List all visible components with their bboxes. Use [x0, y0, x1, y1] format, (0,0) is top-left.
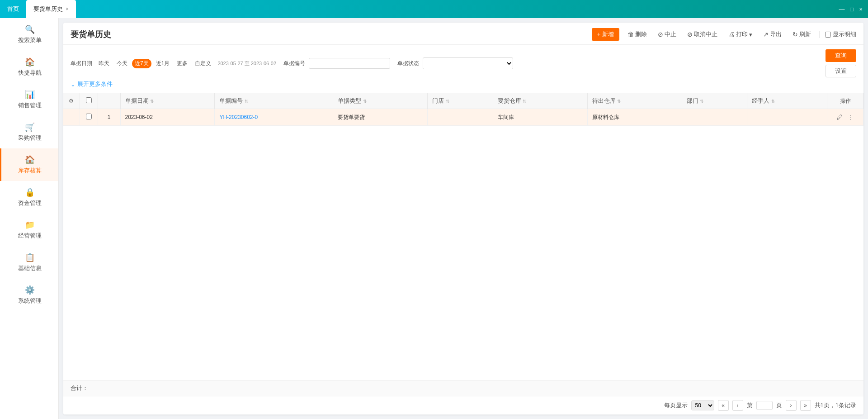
show-detail-checkbox[interactable]	[825, 32, 831, 38]
th-doctype[interactable]: 单据类型 ⇅	[333, 93, 428, 109]
date-btn-7days[interactable]: 近7天	[132, 59, 151, 68]
td-department	[682, 109, 747, 126]
sort-handler-icon: ⇅	[771, 99, 775, 104]
maximize-icon[interactable]: □	[850, 6, 854, 13]
refresh-button[interactable]: ↻ 刷新	[790, 29, 814, 40]
table-body: 1 2023-06-02 YH-20230602-0 要货单要货 车间库 原材料…	[63, 109, 863, 126]
purchase-icon: 🛒	[25, 122, 35, 132]
first-page-btn[interactable]: «	[718, 400, 729, 411]
sidebar-label-purchase: 采购管理	[18, 134, 42, 142]
expand-more-btn[interactable]: ⌄ 展开更多条件	[71, 77, 856, 88]
sidebar-item-system[interactable]: ⚙️ 系统管理	[0, 279, 58, 311]
sidebar-item-purchase[interactable]: 🛒 采购管理	[0, 116, 58, 148]
quick-nav-icon: 🏠	[25, 57, 35, 67]
minimize-icon[interactable]: —	[839, 6, 845, 13]
docno-input[interactable]	[309, 58, 390, 69]
sidebar-label-system: 系统管理	[18, 297, 42, 305]
th-date[interactable]: 单据日期 ⇅	[120, 93, 215, 109]
print-icon: 🖨	[728, 31, 735, 38]
td-date: 2023-06-02	[120, 109, 215, 126]
th-handler[interactable]: 经手人 ⇅	[747, 93, 827, 109]
page-title: 要货单历史	[71, 29, 111, 40]
total-label: 合计：	[71, 384, 88, 392]
td-checkbox[interactable]	[80, 109, 98, 126]
sidebar-item-quick-nav[interactable]: 🏠 快捷导航	[0, 51, 58, 83]
sort-doctype-icon: ⇅	[363, 99, 367, 104]
status-select[interactable]	[423, 57, 513, 69]
row-more-icon[interactable]: ⋮	[846, 112, 856, 122]
tab-home[interactable]: 首页	[0, 0, 26, 18]
row-checkbox[interactable]	[86, 114, 92, 119]
td-settings	[63, 109, 80, 126]
th-ops: 操作	[827, 93, 863, 109]
query-button[interactable]: 查询	[826, 49, 856, 62]
last-page-btn[interactable]: »	[800, 400, 811, 411]
th-department[interactable]: 部门 ⇅	[682, 93, 747, 109]
sort-department-icon: ⇅	[700, 99, 703, 104]
table-row: 1 2023-06-02 YH-20230602-0 要货单要货 车间库 原材料…	[63, 109, 863, 126]
td-docno[interactable]: YH-20230602-0	[215, 109, 333, 126]
sidebar-item-finance[interactable]: 🔒 资金管理	[0, 181, 58, 214]
new-button[interactable]: + 新增	[592, 28, 619, 41]
row-edit-icon[interactable]: 🖊	[835, 112, 844, 122]
select-all-checkbox[interactable]	[86, 97, 92, 103]
total-info: 共1页，1条记录	[815, 401, 856, 409]
refresh-icon: ↻	[793, 31, 798, 38]
sidebar-label-search-menu: 搜索菜单	[18, 36, 42, 44]
print-button[interactable]: 🖨 打印 ▾	[726, 29, 755, 40]
sort-date-icon: ⇅	[150, 99, 154, 104]
page-label-after: 页	[776, 401, 782, 409]
sidebar-item-inventory[interactable]: 🏠 库存核算	[0, 148, 58, 181]
filter-date-group: 单据日期 昨天 今天 近7天 近1月 更多 自定义 2023-05-27 至 2…	[71, 59, 276, 68]
date-btn-custom[interactable]: 自定义	[192, 59, 214, 68]
td-ops: 🖊 ⋮	[827, 109, 863, 126]
page-input[interactable]: 1	[756, 401, 773, 410]
date-btn-yesterday[interactable]: 昨天	[96, 59, 112, 68]
window-close-icon[interactable]: ×	[859, 6, 863, 13]
th-checkbox[interactable]	[80, 93, 98, 109]
sidebar: 🔍 搜索菜单 🏠 快捷导航 📊 销售管理 🛒 采购管理 🏠 库存核算 🔒 资金管…	[0, 18, 59, 419]
th-to-warehouse[interactable]: 待出仓库 ⇅	[587, 93, 682, 109]
date-btn-more[interactable]: 更多	[174, 59, 190, 68]
sidebar-item-search-menu[interactable]: 🔍 搜索菜单	[0, 18, 58, 51]
stop-button[interactable]: ⊘ 中止	[655, 29, 679, 40]
cancel-stop-button[interactable]: ⊘ 取消中止	[684, 29, 720, 40]
content-area: 要货单历史 + 新增 🗑 删除 ⊘ 中止 ⊘ 取消中止	[59, 18, 868, 419]
th-from-warehouse[interactable]: 要货仓库 ⇅	[493, 93, 587, 109]
th-docno[interactable]: 单据编号 ⇅	[215, 93, 333, 109]
sidebar-label-finance: 资金管理	[18, 199, 42, 207]
sidebar-item-operation[interactable]: 📁 经营管理	[0, 214, 58, 246]
page-content: 要货单历史 + 新增 🗑 删除 ⊘ 中止 ⊘ 取消中止	[63, 23, 863, 414]
sidebar-item-base-info[interactable]: 📋 基础信息	[0, 246, 58, 279]
date-btn-today[interactable]: 今天	[114, 59, 130, 68]
main-table: ⚙ 单据日期 ⇅ 单据编号 ⇅	[63, 93, 863, 126]
show-detail-checkbox-label[interactable]: 显示明细	[825, 30, 856, 38]
finance-icon: 🔒	[25, 187, 35, 197]
settings-button[interactable]: 设置	[826, 65, 856, 77]
print-dropdown-icon: ▾	[749, 31, 752, 38]
filter-actions: 查询 设置	[826, 49, 856, 77]
tab-active[interactable]: 要货单历史 ×	[26, 0, 76, 18]
date-range-display: 2023-05-27 至 2023-06-02	[217, 60, 276, 67]
sort-docno-icon: ⇅	[245, 99, 248, 104]
td-to-warehouse: 原材料仓库	[587, 109, 682, 126]
export-button[interactable]: ↗ 导出	[760, 29, 784, 40]
th-settings[interactable]: ⚙	[63, 93, 80, 109]
per-page-select[interactable]: 20 50 100	[691, 400, 714, 410]
th-store[interactable]: 门店 ⇅	[428, 93, 493, 109]
sort-to-warehouse-icon: ⇅	[617, 99, 621, 104]
main-layout: 🔍 搜索菜单 🏠 快捷导航 📊 销售管理 🛒 采购管理 🏠 库存核算 🔒 资金管…	[0, 18, 868, 419]
sales-icon: 📊	[25, 90, 35, 100]
close-tab-icon[interactable]: ×	[66, 6, 69, 12]
date-btn-1month[interactable]: 近1月	[153, 59, 173, 68]
prev-page-btn[interactable]: ‹	[732, 400, 743, 411]
delete-button[interactable]: 🗑 删除	[625, 29, 650, 40]
table-footer: 合计：	[63, 380, 863, 396]
per-page-label: 每页显示	[664, 401, 688, 409]
sidebar-label-sales: 销售管理	[18, 101, 42, 110]
td-handler	[747, 109, 827, 126]
next-page-btn[interactable]: ›	[786, 400, 797, 411]
topbar-window-controls: — □ ×	[839, 6, 868, 13]
sidebar-item-sales[interactable]: 📊 销售管理	[0, 83, 58, 116]
table-container: ⚙ 单据日期 ⇅ 单据编号 ⇅	[63, 93, 863, 380]
